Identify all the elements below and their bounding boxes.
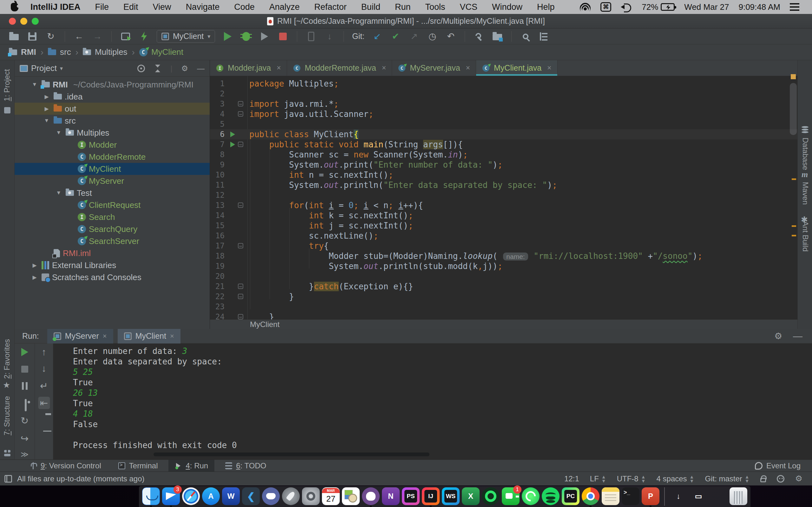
dock-item-downloads-folder[interactable]: ↓ xyxy=(670,487,687,505)
save-icon[interactable] xyxy=(27,31,38,42)
code-line-11[interactable]: 11 System.out.println("Enter data separa… xyxy=(210,180,798,190)
tree-item-external-libraries[interactable]: ▶External Libraries xyxy=(14,259,210,271)
menu-item-analyze[interactable]: Analyze xyxy=(269,2,300,12)
editor-bottom-breadcrumb[interactable]: MyClient xyxy=(210,320,798,329)
up-stack-trace-icon[interactable]: ↑ xyxy=(42,347,46,357)
dock-item-safari[interactable] xyxy=(182,487,200,505)
dock-item-discord[interactable] xyxy=(262,487,280,505)
code-line-1[interactable]: 1package Multiples; xyxy=(210,78,798,89)
code-line-3[interactable]: 3import java.rmi.*; xyxy=(210,99,798,109)
fold-marker[interactable] xyxy=(238,284,243,289)
code-line-10[interactable]: 10 int n = sc.nextInt(); xyxy=(210,170,798,180)
code-line-17[interactable]: 17 try{ xyxy=(210,241,798,251)
fold-marker[interactable] xyxy=(238,111,243,117)
console-output[interactable]: Enter number of data: 3Enter data separa… xyxy=(53,343,812,459)
sync-icon[interactable]: ↻ xyxy=(45,31,56,42)
dock-item-folder[interactable] xyxy=(710,487,727,505)
tree-item-search[interactable]: ISearch xyxy=(14,211,210,223)
wifi-icon[interactable] xyxy=(579,3,591,11)
dock-item-webstorm[interactable]: WS xyxy=(442,487,460,505)
dock-item-whatsapp[interactable] xyxy=(522,487,540,505)
lightning-icon[interactable] xyxy=(138,31,150,42)
error-stripe-mark[interactable] xyxy=(792,225,796,227)
code-line-24[interactable]: 24 } xyxy=(210,312,798,320)
encoding-select[interactable]: UTF-8▲▼ xyxy=(617,474,646,483)
coverage-icon[interactable] xyxy=(259,31,270,42)
search-icon[interactable] xyxy=(520,31,531,42)
tree-item-multiples[interactable]: ▼Multiples xyxy=(14,127,210,139)
inspector-icon[interactable] xyxy=(777,475,784,483)
structure-search-icon[interactable] xyxy=(538,31,550,42)
fold-marker[interactable] xyxy=(238,294,243,299)
menu-list-icon[interactable] xyxy=(790,3,799,11)
debug-icon[interactable] xyxy=(241,31,252,42)
tree-item-searchquery[interactable]: CSearchQuery xyxy=(14,223,210,235)
forward-icon[interactable]: → xyxy=(92,31,103,42)
status-message[interactable]: All files are up-to-date (moments ago) xyxy=(17,474,145,483)
restart-icon[interactable]: ↻ xyxy=(20,415,29,426)
battery-indicator[interactable]: 72% xyxy=(642,2,675,12)
close-icon[interactable]: × xyxy=(382,64,386,72)
tool-strip-button--favorites[interactable]: 2: Favorites xyxy=(3,339,11,379)
menu-item-file[interactable]: File xyxy=(95,2,109,12)
tree-item-rmi-iml[interactable]: RMI.iml xyxy=(14,247,210,259)
tool-window-button--todo[interactable]: 6: TODO xyxy=(219,460,272,472)
soft-wrap-icon[interactable]: ↵ xyxy=(40,380,48,391)
breadcrumb-item-myclient[interactable]: CMyClient xyxy=(139,47,183,57)
dock-item-intellij-idea[interactable]: IJ xyxy=(422,487,440,505)
tree-item-clientrequest[interactable]: CClientRequest xyxy=(14,199,210,211)
hide-panel-icon[interactable]: — xyxy=(793,331,803,342)
menu-date[interactable]: Wed Mar 27 xyxy=(684,2,729,12)
fold-marker[interactable] xyxy=(238,101,243,107)
dock-item-phpstorm[interactable]: PS xyxy=(402,487,420,505)
gear-icon[interactable]: ⚙ xyxy=(181,64,188,73)
tool-strip-button-database[interactable]: Database xyxy=(801,137,810,170)
pause-icon[interactable] xyxy=(22,382,28,390)
thread-dump-icon[interactable] xyxy=(25,399,27,411)
dock-item-trash[interactable] xyxy=(729,487,747,505)
dock-item-notes[interactable] xyxy=(602,487,619,505)
breadcrumb-item-src[interactable]: src xyxy=(48,47,71,57)
menu-item-edit[interactable]: Edit xyxy=(123,2,138,12)
tree-item-searchserver[interactable]: CSearchServer xyxy=(14,235,210,247)
dock-item-word[interactable]: W xyxy=(222,487,240,505)
input-source-icon[interactable]: ⌘ xyxy=(600,2,611,12)
run-tab-myserver[interactable]: MyServer× xyxy=(47,329,113,343)
dock-item-onenote[interactable]: N xyxy=(382,487,400,505)
dock-item-excel[interactable]: X xyxy=(462,487,479,505)
tool-strip-button--structure[interactable]: 7: Structure xyxy=(3,396,11,435)
tree-item-modder[interactable]: IModder xyxy=(14,139,210,151)
dock-item-github-desktop[interactable] xyxy=(362,487,380,505)
editor-tab-myclient-java[interactable]: CMyClient.java× xyxy=(476,60,558,76)
scroll-to-end-icon[interactable]: ⇤ xyxy=(38,397,50,409)
menu-item-view[interactable]: View xyxy=(153,2,171,12)
show-more-icon[interactable]: ≫ xyxy=(20,450,29,459)
code-line-20[interactable]: 20 xyxy=(210,271,798,281)
back-icon[interactable]: ← xyxy=(73,31,85,42)
code-line-22[interactable]: 22 } xyxy=(210,291,798,302)
error-stripe-bookmark[interactable] xyxy=(791,74,796,79)
editor-tab-modder-java[interactable]: IModder.java× xyxy=(210,60,287,76)
dock-item-vscode[interactable]: ❮ xyxy=(242,487,260,505)
run-window-icon[interactable] xyxy=(120,31,131,42)
fold-marker[interactable] xyxy=(238,203,243,208)
code-line-16[interactable]: 16 sc.nextLine(); xyxy=(210,231,798,241)
breadcrumb-item-multiples[interactable]: Multiples xyxy=(83,47,128,57)
git-branch-select[interactable]: Git: master▲▼ xyxy=(705,474,749,483)
code-line-12[interactable]: 12 xyxy=(210,190,798,200)
editor-scrollbar[interactable] xyxy=(790,83,797,135)
tree-item--idea[interactable]: ▶.idea xyxy=(14,91,210,103)
dock-item-finder[interactable] xyxy=(142,487,160,505)
menu-item-window[interactable]: Window xyxy=(492,2,522,12)
close-icon[interactable]: × xyxy=(466,64,470,72)
hide-panel-icon[interactable]: — xyxy=(197,64,205,73)
code-editor[interactable]: 1package Multiples;23import java.rmi.*;4… xyxy=(210,76,798,320)
run-tab-myclient[interactable]: MyClient× xyxy=(118,329,181,343)
locate-file-icon[interactable] xyxy=(137,65,145,72)
tree-item-myclient[interactable]: CMyClient xyxy=(14,163,210,175)
collapse-all-icon[interactable] xyxy=(154,65,161,72)
tree-item-modderremote[interactable]: CModderRemote xyxy=(14,151,210,163)
tool-strip-button--project[interactable]: 1: Project xyxy=(3,69,11,101)
tree-item-src[interactable]: ▼src xyxy=(14,115,210,127)
wrench-icon[interactable] xyxy=(473,31,485,42)
